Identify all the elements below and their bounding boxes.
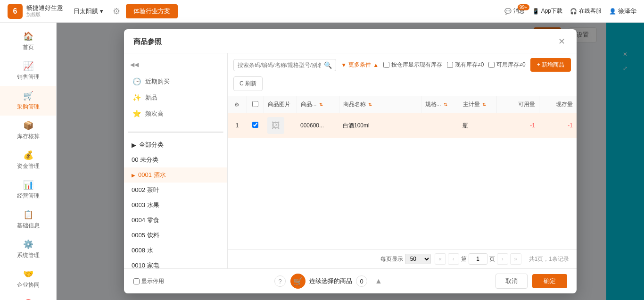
checkbox-current-stock-label: 现有库存≠0 [455, 61, 484, 69]
sidebar-item-sales[interactable]: 📈 销售管理 [0, 56, 56, 86]
sidebar-label-operations: 经营管理 [17, 192, 40, 200]
quick-tab-frequent[interactable]: ⭐ 频次高 [128, 106, 223, 121]
product-search-icon[interactable]: 🔍 [324, 61, 332, 69]
arrow-icon-liquor: ▶ [132, 173, 135, 178]
user-icon: 👤 [609, 8, 616, 15]
row-checkbox[interactable] [252, 122, 258, 128]
confirm-button[interactable]: 确定 [532, 274, 567, 288]
per-page-label: 每页显示 [380, 255, 403, 263]
user-avatar-area[interactable]: 👤 徐泽华 [609, 7, 636, 16]
refresh-button[interactable]: C 刷新 [233, 76, 263, 91]
checkbox-by-warehouse[interactable]: 按仓库显示现有库存 [383, 61, 442, 69]
checkbox-available-stock-input[interactable] [488, 62, 495, 68]
sidebar-item-system[interactable]: ⚙️ 系统管理 [0, 234, 56, 264]
product-search-input[interactable] [238, 62, 321, 68]
category-label-all: 全部分类 [139, 141, 164, 149]
cart-button[interactable]: 🛒 [290, 274, 305, 289]
category-item-water[interactable]: 0008 水 [124, 243, 227, 258]
category-search-input[interactable] [128, 132, 207, 133]
checkbox-by-warehouse-input[interactable] [383, 62, 389, 68]
select-all-checkbox[interactable] [252, 101, 258, 107]
prev-page-button[interactable]: ‹ [448, 253, 459, 265]
checkbox-by-warehouse-label: 按仓库显示现有库存 [391, 61, 442, 69]
headphone-icon: 🎧 [570, 8, 577, 15]
category-item-appliance[interactable]: 0010 家电 [124, 258, 227, 268]
checkbox-current-stock[interactable]: 现有库存≠0 [447, 61, 484, 69]
sidebar-item-finance[interactable]: 💰 资金管理 [0, 145, 56, 175]
td-check[interactable] [247, 113, 264, 138]
filter-label: 更多条件 [348, 61, 371, 69]
sidebar-item-guide[interactable]: 🎯 新手引导 [0, 294, 56, 300]
modal-overlay: 商品参照 ✕ ◀◀ 🕒 近期购买 [57, 23, 644, 300]
nav-selector-label: 日太阳膜 [74, 7, 98, 16]
quick-tab-recent[interactable]: 🕒 近期购买 [128, 74, 223, 89]
sidebar-item-enterprise[interactable]: 🤝 企业协同 [0, 264, 56, 294]
category-label-uncategorized: 00 未分类 [132, 156, 158, 164]
td-code: 000600... [297, 113, 339, 138]
chevron-down-icon: ▾ [100, 8, 103, 15]
th-stock[interactable]: 现存量 [539, 96, 577, 113]
app-download-nav-item[interactable]: 📱 App下载 [532, 7, 562, 15]
enterprise-icon: 🤝 [23, 269, 33, 279]
collapse-up-button[interactable]: ▲ [372, 276, 385, 286]
th-spec[interactable]: 规格... ⇅ [421, 96, 459, 113]
collapse-left-button[interactable]: ◀◀ [130, 60, 139, 69]
online-service-nav-item[interactable]: 🎧 在线客服 [570, 7, 602, 15]
trial-button[interactable]: 体验行业方案 [126, 4, 178, 18]
th-code[interactable]: 商品... ⇅ [297, 96, 339, 113]
show-disabled-input[interactable] [133, 278, 140, 284]
category-item-fruit[interactable]: 0003 水果 [124, 198, 227, 213]
category-item-uncategorized[interactable]: 00 未分类 [124, 152, 227, 167]
help-icon[interactable]: ? [274, 275, 286, 287]
modal-close-button[interactable]: ✕ [556, 36, 567, 47]
category-item-liquor[interactable]: ▶ 0001 酒水 [124, 167, 227, 183]
arrow-icon-all: ▶ [132, 142, 136, 149]
inventory-icon: 📦 [23, 120, 33, 131]
checkbox-available-stock[interactable]: 可用库存≠0 [488, 61, 525, 69]
cart-label: 连续选择的商品 [309, 277, 352, 285]
settings-icon[interactable]: ⚙ [113, 6, 120, 17]
modal-footer: 显示停用 ? 🛒 连续选择的商品 0 ▲ 取消 确定 [124, 268, 577, 293]
sidebar-item-home[interactable]: 🏠 首页 [0, 26, 56, 56]
table-row[interactable]: 1 🖼 000600... 白酒100ml [228, 113, 577, 138]
category-label-liquor: 0001 酒水 [138, 171, 166, 179]
message-icon: 💬 [504, 8, 512, 15]
th-available[interactable]: 可用量 [496, 96, 539, 113]
category-label-water: 0008 水 [132, 246, 153, 255]
product-table-body: 1 🖼 000600... 白酒100ml [228, 113, 577, 138]
sidebar-item-purchase[interactable]: 🛒 采购管理 [0, 86, 56, 116]
category-item-snack[interactable]: 0004 零食 [124, 213, 227, 228]
sidebar-item-inventory[interactable]: 📦 库存核算 [0, 116, 56, 145]
th-settings[interactable]: ⚙ [228, 96, 247, 113]
th-unit[interactable]: 主计量 ⇅ [459, 96, 496, 113]
company-name: 畅捷通好生意 [26, 4, 63, 12]
category-search-button[interactable]: 🔍 [207, 132, 223, 133]
show-disabled-checkbox[interactable]: 显示停用 [133, 277, 164, 285]
cancel-button[interactable]: 取消 [495, 274, 528, 289]
sort-icon-spec: ⇅ [444, 102, 447, 107]
sidebar-item-operations[interactable]: 📊 经营管理 [0, 175, 56, 205]
category-label-tea: 0002 茶叶 [132, 186, 159, 194]
category-item-beverage[interactable]: 0005 饮料 [124, 228, 227, 243]
more-filter-button[interactable]: ▼ 更多条件 ▲ [341, 61, 379, 69]
nav-selector[interactable]: 日太阳膜 ▾ [70, 5, 107, 17]
category-label-snack: 0004 零食 [132, 216, 159, 225]
sidebar-label-sales: 销售管理 [17, 73, 40, 81]
first-page-button[interactable]: « [435, 253, 446, 265]
product-search-box: 🔍 [233, 59, 336, 71]
page-suffix: 页 [489, 255, 495, 263]
message-nav-item[interactable]: 💬 消息 99+ [504, 7, 525, 15]
sidebar: 🏠 首页 📈 销售管理 🛒 采购管理 📦 库存核算 💰 资金管理 📊 经营管理 … [0, 23, 57, 300]
last-page-button[interactable]: » [510, 253, 521, 265]
category-item-all[interactable]: ▶ 全部分类 [124, 137, 227, 152]
sidebar-item-basicinfo[interactable]: 📋 基础信息 [0, 205, 56, 234]
next-page-button[interactable]: › [497, 253, 508, 265]
th-name[interactable]: 商品名称 ⇅ [339, 96, 421, 113]
page-number-input[interactable] [469, 253, 487, 265]
quick-tab-new[interactable]: ✨ 新品 [128, 90, 223, 105]
category-item-tea[interactable]: 0002 茶叶 [124, 183, 227, 198]
add-product-button[interactable]: + 新增商品 [530, 58, 571, 72]
th-stock-label: 现存量 [556, 101, 573, 108]
checkbox-current-stock-input[interactable] [447, 62, 453, 68]
per-page-select[interactable]: 50 10 20 100 [405, 254, 431, 264]
